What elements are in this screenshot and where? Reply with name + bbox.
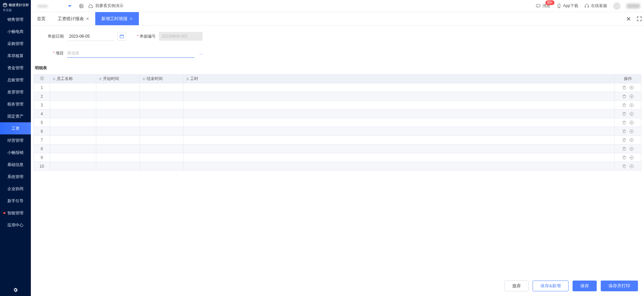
cell[interactable] <box>50 118 96 127</box>
discard-button[interactable]: 放弃 <box>504 281 529 291</box>
add-row-button[interactable] <box>629 94 634 99</box>
calendar-button[interactable] <box>117 32 126 41</box>
th-start-time[interactable]: 开始时间 <box>96 75 140 83</box>
tab-close-icon[interactable]: ✕ <box>86 16 89 21</box>
cell[interactable] <box>183 101 614 110</box>
tab-close-icon[interactable]: ✕ <box>129 16 133 21</box>
sidebar-item-16[interactable]: 智能管理 <box>0 207 31 219</box>
avatar[interactable] <box>613 2 621 10</box>
tab-1[interactable]: 工资统计报表✕ <box>52 12 95 25</box>
cell[interactable] <box>96 110 140 118</box>
cell[interactable] <box>50 144 96 153</box>
sidebar-item-7[interactable]: 税务管理 <box>0 98 31 110</box>
th-end-time[interactable]: 结束时间 <box>140 75 183 83</box>
delete-row-button[interactable] <box>622 94 627 99</box>
cell[interactable] <box>50 110 96 118</box>
add-row-button[interactable] <box>629 164 634 169</box>
sidebar-item-6[interactable]: 发票管理 <box>0 86 31 98</box>
th-hours[interactable]: 工时 <box>183 75 614 83</box>
column-settings-button[interactable] <box>34 75 50 83</box>
sidebar-item-1[interactable]: 小畅电商 <box>0 26 31 38</box>
cell[interactable] <box>96 118 140 127</box>
cell[interactable] <box>50 92 96 101</box>
cell[interactable] <box>50 101 96 110</box>
delete-row-button[interactable] <box>622 138 627 142</box>
cell[interactable] <box>96 162 140 171</box>
doc-date-input[interactable] <box>67 32 114 41</box>
add-row-button[interactable] <box>629 120 634 125</box>
delete-row-button[interactable] <box>622 103 627 108</box>
cell[interactable] <box>140 83 183 92</box>
th-employee[interactable]: 员工名称 <box>50 75 96 83</box>
org-selector[interactable]: xxxxx <box>35 1 74 11</box>
cell[interactable] <box>140 162 183 171</box>
cell[interactable] <box>140 118 183 127</box>
cell[interactable] <box>140 92 183 101</box>
cell[interactable] <box>183 153 614 162</box>
delete-row-button[interactable] <box>622 129 627 134</box>
add-row-button[interactable] <box>629 103 634 108</box>
sidebar-item-8[interactable]: 固定资产 <box>0 110 31 122</box>
sidebar-item-15[interactable]: 新手引导 <box>0 195 31 207</box>
close-all-tabs-button[interactable] <box>624 14 633 24</box>
cell[interactable] <box>183 162 614 171</box>
cell[interactable] <box>183 144 614 153</box>
add-row-button[interactable] <box>629 112 634 116</box>
cell[interactable] <box>140 153 183 162</box>
cell[interactable] <box>183 127 614 136</box>
cell[interactable] <box>140 110 183 118</box>
project-input[interactable] <box>67 48 195 58</box>
delete-row-button[interactable] <box>622 85 627 90</box>
delete-row-button[interactable] <box>622 164 627 169</box>
add-row-button[interactable] <box>629 129 634 134</box>
save-and-new-button[interactable]: 保存&新增 <box>533 281 569 291</box>
cell[interactable] <box>96 136 140 144</box>
add-row-button[interactable] <box>629 138 634 142</box>
cell[interactable] <box>96 127 140 136</box>
cell[interactable] <box>50 127 96 136</box>
delete-row-button[interactable] <box>622 155 627 160</box>
sidebar-item-11[interactable]: 小畅报销 <box>0 146 31 159</box>
sidebar-item-2[interactable]: 采购管理 <box>0 38 31 50</box>
sidebar-item-5[interactable]: 总账管理 <box>0 74 31 86</box>
app-download-button[interactable]: App下载 <box>556 3 578 9</box>
sidebar-settings-button[interactable] <box>0 284 31 296</box>
fullscreen-button[interactable] <box>635 14 644 24</box>
cell[interactable] <box>140 127 183 136</box>
delete-row-button[interactable] <box>622 120 627 125</box>
cell[interactable] <box>50 153 96 162</box>
cell[interactable] <box>50 83 96 92</box>
cell[interactable] <box>96 144 140 153</box>
sidebar-item-12[interactable]: 基础信息 <box>0 159 31 171</box>
cell[interactable] <box>96 101 140 110</box>
cell[interactable] <box>183 83 614 92</box>
cell[interactable] <box>50 162 96 171</box>
delete-row-button[interactable] <box>622 112 627 116</box>
cell[interactable] <box>183 118 614 127</box>
cell[interactable] <box>140 144 183 153</box>
demo-link[interactable]: 我要看实例演示 <box>88 3 123 9</box>
cell[interactable] <box>183 110 614 118</box>
messages-button[interactable]: 消息 99+ <box>536 3 550 9</box>
sidebar-item-14[interactable]: 企业协同 <box>0 183 31 195</box>
sidebar-item-9[interactable]: 工资 <box>0 122 31 134</box>
project-picker-button[interactable]: … <box>198 51 205 55</box>
org-settings-button[interactable] <box>78 3 84 9</box>
sidebar-item-3[interactable]: 库存核算 <box>0 50 31 62</box>
cell[interactable] <box>50 136 96 144</box>
cell[interactable] <box>183 136 614 144</box>
username[interactable] <box>627 4 640 8</box>
sidebar-item-17[interactable]: 应用中心 <box>0 219 31 231</box>
add-row-button[interactable] <box>629 85 634 90</box>
cell[interactable] <box>96 92 140 101</box>
sidebar-item-10[interactable]: 经营管理 <box>0 134 31 146</box>
cell[interactable] <box>96 153 140 162</box>
sidebar-item-4[interactable]: 资金管理 <box>0 62 31 74</box>
add-row-button[interactable] <box>629 146 634 151</box>
cell[interactable] <box>96 83 140 92</box>
tab-2[interactable]: 新增工时填报✕ <box>95 12 139 25</box>
save-button[interactable]: 保存 <box>573 281 597 291</box>
tab-0[interactable]: 首页 <box>31 12 52 25</box>
cell[interactable] <box>183 92 614 101</box>
save-and-print-button[interactable]: 保存并打印 <box>601 281 638 291</box>
